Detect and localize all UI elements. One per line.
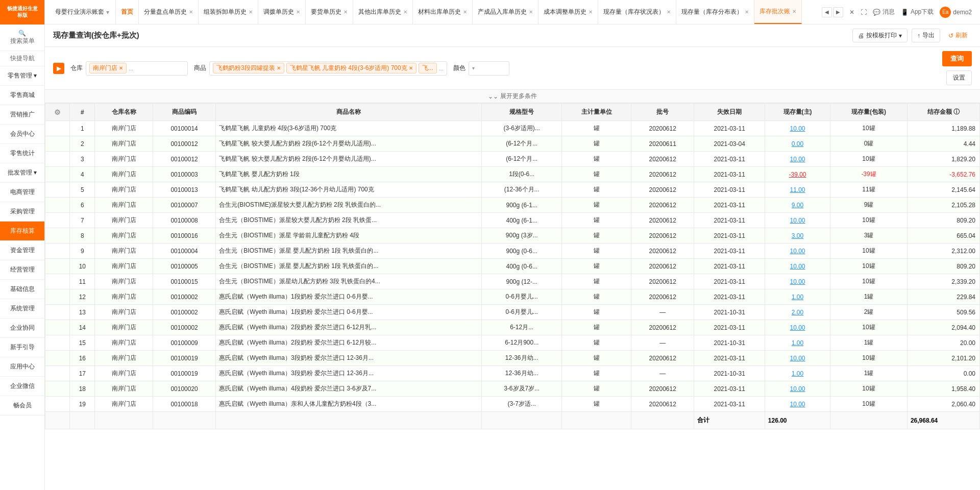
tab-scroll-left[interactable]: ◀ [822,7,832,17]
export-button[interactable]: ↑ 导出 [912,29,940,42]
cell-stock-main[interactable]: 1.00 [765,366,830,381]
sidebar-item-guide[interactable]: 新手引导 [0,338,44,357]
col-settings[interactable]: ⚙ [45,104,70,121]
filter-expand-button[interactable]: ▶ [53,63,64,74]
cell-balance: 2,312.00 [907,243,979,259]
tab-close-icon[interactable]: ✕ [463,9,467,15]
sidebar-item-basics[interactable]: 基础信息 [0,280,44,299]
sidebar-item-member2[interactable]: 畅会员 [0,396,44,415]
tab-other-out[interactable]: 其他出库单历史 ✕ [353,0,413,24]
color-label: 颜色 [453,64,465,72]
product-more[interactable]: ... [439,65,444,71]
cell-spec: 1段(0-6... [482,167,562,182]
product-tag-close[interactable]: ✕ [409,65,413,71]
user-avatar[interactable]: Ea demo2 [940,7,972,18]
sidebar-item-ecommerce[interactable]: 电商管理 [0,183,44,202]
color-input[interactable]: ▾ [469,61,509,76]
sidebar-item-member[interactable]: 会员中心 [0,125,44,144]
tab-cost-adjust[interactable]: 成本调整单历史 ✕ [538,0,598,24]
message-btn[interactable]: 💬 消息 [873,8,895,16]
close-tab-btn[interactable]: ✕ [849,9,854,16]
sidebar-item-enterprise[interactable]: 企业协同 [0,318,44,338]
tab-product-in[interactable]: 产成品入库单历史 ✕ [473,0,538,24]
tab-batch-voucher[interactable]: 库存批次账 ✕ [754,0,802,24]
cell-stock-main[interactable]: -39.00 [765,167,830,182]
warehouse-tag-close[interactable]: ✕ [119,65,123,71]
tab-stock-status[interactable]: 现存量（库存状况表） ✕ [598,0,676,24]
sidebar-item-wholesale[interactable]: 批发管理 ▾ [0,163,44,183]
sidebar-item-retail-mall[interactable]: 零售商城 [0,86,44,105]
cell-stock-main[interactable]: 10.00 [765,259,830,274]
account-dropdown[interactable]: 母婴行业演示账套 ▾ [49,0,116,24]
cell-batch: 20200612 [631,167,694,182]
expand-more-button[interactable]: ⌄⌄ 展开更多条件 [488,92,537,101]
cell-spec: (6-12个月... [482,136,562,152]
tab-material-out[interactable]: 材料出库单历史 ✕ [413,0,473,24]
footer-empty-6 [482,412,562,429]
sidebar-item-retail-mgmt[interactable]: 零售管理 ▾ [0,66,44,86]
sidebar-item-operations[interactable]: 经营管理 [0,260,44,280]
tab-close-icon[interactable]: ✕ [745,9,749,15]
cell-code: 00100018 [153,397,216,412]
warehouse-more[interactable]: ... [129,65,133,71]
sidebar-item-app-center[interactable]: 应用中心 [0,357,44,377]
app-download-btn[interactable]: 📱 App下载 [901,8,934,16]
cell-stock-main[interactable]: 9.00 [765,198,830,213]
cell-stock-main[interactable]: 1.00 [765,335,830,351]
tab-close-icon[interactable]: ✕ [296,9,300,15]
cell-stock-main[interactable]: 10.00 [765,152,830,167]
cell-stock-main[interactable]: 10.00 [765,381,830,397]
cell-stock-main[interactable]: 2.00 [765,305,830,320]
cell-stock-main[interactable]: 10.00 [765,274,830,289]
warehouse-tag-container[interactable]: 南岸门店 ✕ ... [86,61,188,76]
setting-button[interactable]: 设置 [946,70,972,85]
sidebar-search[interactable]: 🔍 搜索菜单 [0,24,44,51]
template-print-label: 按模板打印 [866,31,897,40]
cell-stock-main[interactable]: 10.00 [765,351,830,366]
settings-icon[interactable]: ⚙ [54,108,61,116]
sidebar-item-finance[interactable]: 资金管理 [0,241,44,260]
tab-adjust[interactable]: 调拨单历史 ✕ [258,0,306,24]
tab-close-icon[interactable]: ✕ [403,9,407,15]
cell-stock-main[interactable]: 11.00 [765,182,830,198]
sidebar-item-inventory[interactable]: 库存核算 [0,222,44,241]
template-print-button[interactable]: 🖨 按模板打印 ▾ [852,29,908,42]
product-tag-container[interactable]: 飞鹤奶粉3段四罐提装 ✕ 飞鹤星飞帆 儿童奶粉 4段(3-6岁适用) 700克 … [209,61,447,76]
refresh-button[interactable]: ↺ 刷新 [944,29,972,42]
sidebar-item-retail-stats[interactable]: 零售统计 [0,144,44,163]
quick-nav[interactable]: 快捷导航 [0,51,44,66]
cell-num: 15 [70,335,95,351]
cell-stock-main[interactable]: 10.00 [765,121,830,136]
query-button[interactable]: 查询 [942,51,972,66]
tab-close-icon[interactable]: ✕ [189,9,193,15]
tab-close-icon[interactable]: ✕ [529,9,533,15]
tab-close-icon[interactable]: ✕ [667,9,671,15]
sidebar-item-wechat[interactable]: 企业微信 [0,377,44,396]
product-tag-close[interactable]: ✕ [277,65,281,71]
tab-close-icon[interactable]: ✕ [589,9,593,15]
cell-warehouse: 南岸门店 [95,305,153,320]
tab-close-icon[interactable]: ✕ [344,9,348,15]
cell-stock-main[interactable]: 0.00 [765,136,830,152]
tab-stock-dist[interactable]: 现存量（库存分布表） ✕ [676,0,754,24]
sidebar-item-marketing[interactable]: 营销推广 [0,105,44,125]
sidebar-item-purchase[interactable]: 采购管理 [0,202,44,222]
cell-stock-main[interactable]: 3.00 [765,228,830,243]
cell-stock-main[interactable]: 10.00 [765,397,830,412]
cell-stock-main[interactable]: 10.00 [765,213,830,228]
cell-batch: 20200612 [631,351,694,366]
maximize-btn[interactable]: ⛶ [861,9,867,16]
tab-disassemble[interactable]: 组装拆卸单历史 ✕ [199,0,258,24]
tab-home[interactable]: 首页 [116,0,139,24]
cell-stock-main[interactable]: 10.00 [765,243,830,259]
sidebar-item-system[interactable]: 系统管理 [0,299,44,318]
tab-split-inventory[interactable]: 分量盘点单历史 ✕ [139,0,199,24]
col-batch: 批号 [631,104,694,121]
cell-stock-main[interactable]: 10.00 [765,320,830,335]
tab-requisition[interactable]: 要货单历史 ✕ [306,0,353,24]
tab-close-icon[interactable]: ✕ [792,9,796,14]
tab-scroll-right[interactable]: ▶ [833,7,843,17]
cell-name: 惠氏启赋（Wyeth illuma）1段奶粉 爱尔兰进口 0-6月婴... [216,289,482,305]
cell-stock-main[interactable]: 1.00 [765,289,830,305]
tab-close-icon[interactable]: ✕ [249,9,253,15]
